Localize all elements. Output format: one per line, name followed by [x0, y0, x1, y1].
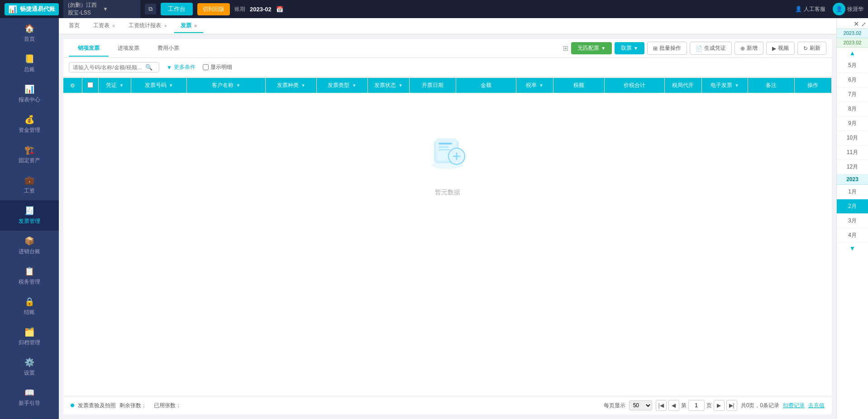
match-button[interactable]: 取票 ▼	[615, 42, 644, 54]
sidebar-item-archive[interactable]: 🗂️ 归档管理	[0, 322, 59, 352]
tab-invoice[interactable]: 发票 ×	[174, 19, 203, 33]
date-month-2023-01[interactable]: 1月	[837, 185, 868, 199]
search-input[interactable]	[73, 64, 145, 71]
empty-icon	[425, 129, 470, 183]
sidebar-item-fixed-assets[interactable]: 🏗️ 固定资产	[0, 140, 59, 170]
fixed-assets-icon: 🏗️	[24, 145, 34, 155]
sub-tab-purchase-invoice[interactable]: 进项发票	[109, 41, 148, 57]
copy-button[interactable]: ⧉	[145, 4, 156, 14]
sidebar-item-home[interactable]: 🏠 首页	[0, 18, 59, 48]
add-record-link[interactable]: 扣费记录	[783, 402, 805, 409]
guide-icon: 📖	[24, 388, 34, 398]
date-panel-expand-icon[interactable]: ⤢	[861, 21, 866, 28]
no-match-button[interactable]: 无匹配票 ▼	[571, 42, 612, 54]
date-month-2022-06[interactable]: 6月	[837, 73, 868, 87]
sidebar-item-settings[interactable]: ⚙️ 设置	[0, 352, 59, 382]
user-avatar-icon: 👤	[836, 6, 843, 12]
date-month-2022-11[interactable]: 11月	[837, 145, 868, 160]
date-scroll-up-button[interactable]: ▲	[837, 48, 868, 58]
period-value: 2023-02	[250, 6, 272, 13]
more-conditions-label: 更多条件	[174, 63, 196, 71]
tab-payroll-stats-close[interactable]: ×	[164, 23, 167, 29]
sidebar-item-tax[interactable]: 📋 税务管理	[0, 261, 59, 291]
page-content: 销项发票 进项发票 费用小票 ⊞	[59, 34, 836, 419]
sidebar-item-member[interactable]: 👑 畅会员	[0, 413, 59, 419]
date-month-2022-05[interactable]: 5月	[837, 58, 868, 73]
sidebar-item-close[interactable]: 🔒 结账	[0, 291, 59, 322]
sidebar-item-guide[interactable]: 📖 新手引导	[0, 382, 59, 413]
content-area: 销项发票 进项发票 费用小票 ⊞	[59, 34, 836, 419]
sidebar-item-ledger[interactable]: 📒 总账	[0, 48, 59, 79]
select-all-checkbox[interactable]	[87, 82, 93, 88]
date-month-2022-09[interactable]: 9月	[837, 116, 868, 131]
th-tax: 税额	[553, 78, 604, 93]
tab-payroll[interactable]: 工资表 ×	[87, 19, 121, 33]
th-customer: 客户名称 ▼	[187, 78, 266, 93]
th-settings[interactable]: ⚙	[63, 78, 82, 93]
date-panel-close-icon[interactable]: ✕	[854, 20, 859, 28]
date-scroll-down-button[interactable]: ▼	[837, 243, 868, 254]
switch-version-button[interactable]: 切到旧版	[197, 3, 230, 15]
tab-bar: 首页 工资表 × 工资统计报表 × 发票 ×	[59, 18, 836, 34]
table-header-row: ⚙ 凭证 ▼ 发票号码 ▼ 客户名称 ▼ 发票种类 ▼ 发票类型 ▼ 发票状态 …	[63, 78, 832, 93]
tab-home[interactable]: 首页	[62, 19, 86, 33]
more-conditions-button[interactable]: ▼ 更多条件	[163, 62, 199, 73]
svg-rect-4	[439, 146, 448, 148]
search-box[interactable]: 🔍	[69, 62, 159, 72]
page-next-button[interactable]: ▶	[714, 400, 725, 411]
date-month-2022-07[interactable]: 7月	[837, 87, 868, 102]
top-bar: 📊 畅捷通易代账 (勿删）江西股宝-LSS ▼ ⧉ 工作台 切到旧版 账期 20…	[0, 0, 868, 18]
workbench-button[interactable]: 工作台	[161, 3, 193, 15]
refresh-label: 刷新	[810, 44, 820, 52]
page-last-button[interactable]: ▶|	[726, 400, 737, 411]
th-remark: 备注	[748, 78, 795, 93]
date-month-2022-10[interactable]: 10月	[837, 131, 868, 145]
user-profile[interactable]: 👤 徐涯华	[833, 3, 863, 15]
tab-invoice-close[interactable]: ×	[194, 23, 197, 29]
date-panel-2023-02-item[interactable]: 2023.02	[837, 38, 868, 48]
sub-tab-sales-invoice[interactable]: 销项发票	[69, 41, 109, 57]
page-size-select[interactable]: 50 100 200	[629, 400, 652, 410]
page-first-button[interactable]: |◀	[656, 400, 667, 411]
sidebar-item-invoice[interactable]: 🧾 发票管理	[0, 200, 59, 231]
tab-home-label: 首页	[69, 22, 80, 29]
date-month-2023-02[interactable]: 2月	[837, 199, 868, 214]
page-prev-button[interactable]: ◀	[668, 400, 679, 411]
generate-voucher-button[interactable]: 📄 生成凭证	[690, 42, 732, 55]
filter-icon: ▼	[167, 64, 172, 71]
sidebar-item-payroll[interactable]: 💼 工资	[0, 170, 59, 200]
more-link[interactable]: 去充值	[808, 402, 825, 409]
th-voucher: 凭证 ▼	[99, 78, 131, 93]
period-calendar-icon[interactable]: 📅	[276, 6, 283, 13]
company-selector[interactable]: (勿删）江西股宝-LSS ▼	[63, 0, 140, 19]
sidebar-item-fund[interactable]: 💰 资金管理	[0, 109, 59, 140]
th-checkbox[interactable]	[82, 78, 99, 93]
reports-icon: 📊	[24, 84, 34, 94]
th-tax-code: 税局代开	[664, 78, 701, 93]
date-month-2023-03[interactable]: 3月	[837, 214, 868, 228]
date-month-2022-08[interactable]: 8月	[837, 102, 868, 116]
sidebar-item-sales[interactable]: 📦 进销台账	[0, 231, 59, 261]
show-detail-checkbox[interactable]: 显示明细	[203, 63, 232, 71]
page-number-input[interactable]	[688, 400, 705, 411]
search-icon[interactable]: 🔍	[145, 64, 153, 71]
sub-tab-expense[interactable]: 费用小票	[148, 41, 188, 57]
tab-payroll-close[interactable]: ×	[112, 23, 115, 29]
sidebar-label-payroll: 工资	[24, 187, 35, 195]
new-button[interactable]: ⊕ 新增	[734, 42, 763, 55]
refresh-button[interactable]: ↻ 刷新	[797, 42, 826, 55]
no-match-dropdown-arrow: ▼	[601, 46, 606, 51]
remaining-label: 剩余张数：	[119, 402, 147, 409]
svg-rect-5	[439, 149, 450, 150]
ai-service-link[interactable]: 👤 人工客服	[795, 5, 825, 13]
sidebar-item-reports[interactable]: 📊 报表中心	[0, 79, 59, 109]
invoice-icon: 🧾	[24, 206, 34, 216]
date-month-2022-12[interactable]: 12月	[837, 160, 868, 174]
date-month-2023-04[interactable]: 4月	[837, 228, 868, 243]
tab-payroll-stats[interactable]: 工资统计报表 ×	[122, 19, 173, 33]
video-button[interactable]: ▶ 视频	[766, 42, 795, 55]
grid-settings-icon[interactable]: ⊞	[563, 44, 568, 53]
ai-icon: 👤	[795, 6, 802, 12]
show-detail-input[interactable]	[203, 64, 209, 70]
batch-op-button[interactable]: ⊞ 批量操作	[647, 42, 687, 55]
